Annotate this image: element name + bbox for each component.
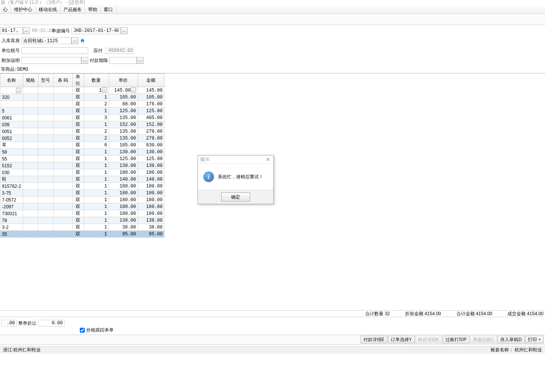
ok-button[interactable]: 确定 bbox=[221, 192, 250, 202]
account-detail-button: 科目详情K bbox=[415, 336, 442, 343]
pre-amount-label: 折前金额 bbox=[405, 311, 423, 316]
doc-post-button: 单据过账C bbox=[470, 336, 497, 343]
bottom-edit-row: 整单折让 bbox=[0, 319, 545, 328]
dialog-message: 系统忙，请稍后重试！ bbox=[218, 174, 263, 180]
status-right-label: 账套名称： bbox=[491, 347, 513, 352]
sum-amount: 4154.00 bbox=[476, 311, 492, 316]
sum-amount-label: 合计金额 bbox=[456, 311, 475, 316]
status-bar: 浙江: 杭州仁和鞋业 账套名称： 杭州仁和鞋业 bbox=[0, 346, 545, 354]
discount-field[interactable] bbox=[38, 320, 65, 327]
track-price-checkbox[interactable] bbox=[80, 328, 85, 333]
status-right-value: 杭州仁和鞋业 bbox=[515, 347, 542, 352]
deal-amount: 4154.00 bbox=[527, 311, 543, 316]
info-icon: i bbox=[203, 171, 214, 182]
dialog-title: 提示 bbox=[200, 156, 209, 163]
alert-dialog: 提示 ✕ i 系统忙，请稍后重试！ 确定 bbox=[198, 155, 274, 204]
save-draft-button[interactable]: 存入草稿D bbox=[497, 336, 524, 343]
total-qty: 32 bbox=[385, 311, 390, 316]
discount-label: 整单折让 bbox=[17, 320, 38, 327]
post-print-button[interactable]: 过账打印P bbox=[443, 336, 469, 343]
totals-bar: 合计数量 32 折前金额 4154.00 合计金额 4154.00 成交金额 4… bbox=[0, 310, 545, 317]
bottom-value-1[interactable] bbox=[2, 320, 17, 327]
button-bar: 付款详情E 订单选择Y 科目详情K 过账打印P 单据过账C 存入草稿D 打印 bbox=[0, 335, 545, 344]
order-select-button[interactable]: 订单选择Y bbox=[388, 336, 415, 343]
pre-amount: 4154.00 bbox=[425, 311, 441, 316]
print-button[interactable]: 打印 bbox=[525, 336, 543, 343]
pay-detail-button[interactable]: 付款详情E bbox=[361, 336, 387, 343]
status-left-value: 杭州仁和鞋业 bbox=[13, 347, 41, 353]
close-icon[interactable]: ✕ bbox=[265, 157, 271, 163]
track-price-label: 价格跟踪本单 bbox=[86, 327, 114, 333]
deal-amount-label: 成交金额 bbox=[507, 311, 526, 316]
status-left-label: 浙江: bbox=[3, 347, 13, 353]
total-qty-label: 合计数量 bbox=[365, 311, 383, 316]
